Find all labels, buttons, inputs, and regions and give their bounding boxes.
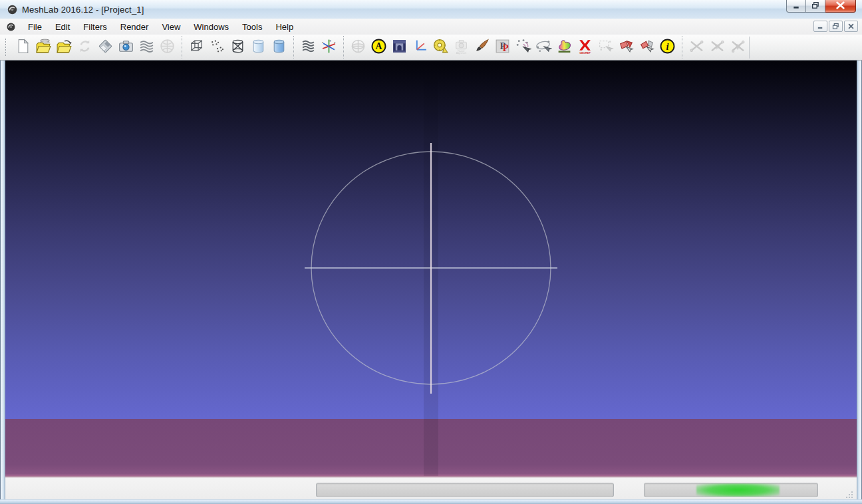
reload-icon <box>76 38 93 57</box>
window-frame-bottom <box>0 499 862 504</box>
window-frame-left <box>0 61 5 504</box>
snapshot-button[interactable] <box>116 37 136 58</box>
render-wireframe-icon <box>229 38 246 57</box>
mdi-window-controls <box>813 21 858 32</box>
texture-view-button[interactable] <box>389 37 410 58</box>
mdi-window-icon <box>6 22 16 32</box>
save-project-icon <box>97 38 114 57</box>
menu-tools[interactable]: Tools <box>235 19 269 35</box>
texture-view-icon <box>391 38 408 57</box>
delete-all-icon <box>730 38 746 57</box>
point-picking-button[interactable]: PP <box>492 37 513 58</box>
layer-dialog-icon <box>300 38 317 57</box>
svg-text:A: A <box>376 41 382 51</box>
toolbar-group-1 <box>11 36 180 59</box>
menu-render[interactable]: Render <box>114 19 156 35</box>
close-button[interactable] <box>825 0 856 13</box>
georef-button[interactable]: GEOREF <box>575 37 595 58</box>
svg-text:Alignment: Alignment <box>456 52 467 55</box>
menu-windows[interactable]: Windows <box>187 19 235 35</box>
menu-file[interactable]: File <box>21 19 49 35</box>
toolbar-group-5 <box>682 36 750 59</box>
mdi-minimize-button[interactable] <box>813 21 827 32</box>
render-bbox-button[interactable] <box>186 37 207 58</box>
local-axes-icon <box>412 38 428 57</box>
menu-view[interactable]: View <box>155 19 187 35</box>
local-axes-button[interactable] <box>410 37 430 58</box>
menu-bar: FileEditFiltersRenderViewWindowsToolsHel… <box>0 19 862 35</box>
toolbar-drag-handle[interactable] <box>5 38 7 57</box>
menu-help[interactable]: Help <box>269 19 300 35</box>
svg-text:i: i <box>666 41 668 51</box>
raster-align-button: RasterAlignment <box>451 37 472 58</box>
paint-brush-icon <box>474 38 490 57</box>
resize-grip[interactable] <box>845 490 854 499</box>
reload-button <box>74 37 95 58</box>
render-points-icon <box>209 38 225 57</box>
annotation-text-button[interactable]: A <box>368 37 389 58</box>
show-axis-button[interactable]: yxz <box>319 37 339 58</box>
menu-items: FileEditFiltersRenderViewWindowsToolsHel… <box>21 19 300 35</box>
select-faces-button[interactable] <box>616 37 637 58</box>
toolbar-groups: yxzARasterAlignmentPPGEOREFi <box>11 36 750 59</box>
svg-text:P: P <box>503 42 509 53</box>
menu-filters[interactable]: Filters <box>76 19 113 35</box>
snapshot-icon <box>118 38 134 57</box>
fit-plane-button[interactable] <box>533 37 554 58</box>
maximize-button[interactable] <box>805 0 825 13</box>
select-connected-icon <box>639 38 655 57</box>
show-axis-icon: yxz <box>321 38 337 57</box>
measure-tape-icon <box>432 38 449 57</box>
import-mesh-button[interactable] <box>54 37 74 58</box>
toolbar-group-4: ARasterAlignmentPPGEOREFi <box>343 36 680 59</box>
delete-mesh-icon <box>688 38 705 57</box>
select-faces-icon <box>618 38 635 57</box>
render-flat-icon <box>250 38 267 57</box>
open-project-button[interactable] <box>33 37 54 58</box>
menu-edit[interactable]: Edit <box>49 19 76 35</box>
search-input[interactable] <box>750 40 861 56</box>
minimize-button[interactable] <box>786 0 805 13</box>
quality-mapper-button[interactable] <box>554 37 575 58</box>
select-connected-button[interactable] <box>637 37 657 58</box>
svg-text:y: y <box>330 39 332 42</box>
window-frame-right <box>857 61 862 504</box>
web-export-icon <box>159 38 176 57</box>
get-info-icon: i <box>659 38 676 57</box>
mdi-close-button[interactable] <box>844 21 858 32</box>
save-project-button[interactable] <box>95 37 116 58</box>
new-document-icon <box>15 38 31 57</box>
new-document-button[interactable] <box>13 37 33 58</box>
get-info-button[interactable]: i <box>657 37 678 58</box>
align-points-button[interactable] <box>513 37 533 58</box>
georef-icon: GEOREF <box>577 38 593 57</box>
align-points-icon <box>515 38 531 57</box>
fit-plane-icon <box>535 38 552 57</box>
render-flat-button[interactable] <box>248 37 269 58</box>
layer-dialog-button[interactable] <box>298 37 319 58</box>
toolbar-group-3: yxz <box>293 36 341 59</box>
maximize-icon <box>811 0 819 12</box>
show-layers-button[interactable] <box>136 37 157 58</box>
measure-tape-button[interactable] <box>430 37 451 58</box>
gl-viewport[interactable] <box>5 61 857 476</box>
svg-text:z: z <box>322 41 323 44</box>
select-rect-button <box>595 37 616 58</box>
trackball-globe-button <box>348 37 368 58</box>
render-points-button[interactable] <box>207 37 227 58</box>
trackball-globe-icon <box>350 38 366 57</box>
show-layers-icon <box>138 38 155 57</box>
web-export-button <box>157 37 178 58</box>
render-wireframe-button[interactable] <box>227 37 248 58</box>
paint-brush-button[interactable] <box>472 37 492 58</box>
mdi-restore-button[interactable] <box>829 21 843 32</box>
quality-mapper-icon <box>556 38 573 57</box>
status-bar <box>5 476 857 501</box>
raster-align-icon: RasterAlignment <box>453 38 470 57</box>
delete-mesh-button <box>686 37 707 58</box>
render-smooth-button[interactable] <box>269 37 289 58</box>
delete-raster-icon <box>709 38 726 57</box>
window-title: MeshLab 2016.12 - [Project_1] <box>22 5 144 15</box>
search-box <box>749 37 859 59</box>
progress-bar-left <box>316 483 614 497</box>
